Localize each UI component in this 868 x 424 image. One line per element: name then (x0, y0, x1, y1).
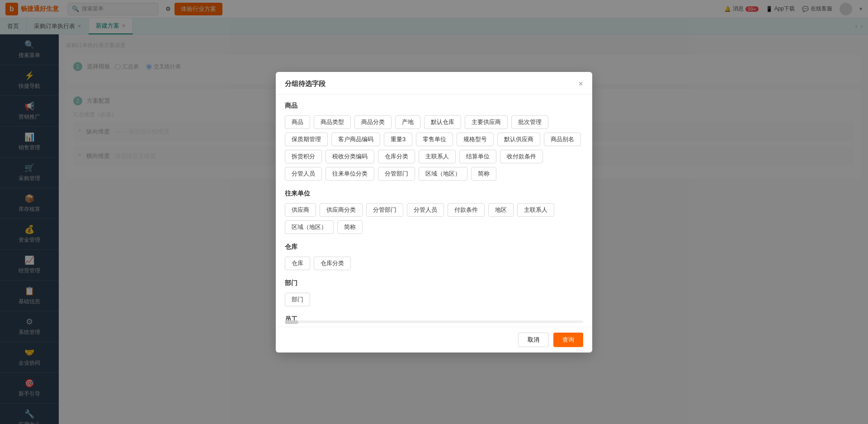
field-tag-cp-region[interactable]: 区域（地区） (285, 220, 334, 234)
section-product: 商品 商品 商品类型 商品分类 产地 默认仓库 主要供应商 批次管理 保质期管理… (285, 102, 583, 181)
section-employee-title: 员工 (285, 315, 583, 320)
field-select-modal: 分组待选字段 × 商品 商品 商品类型 商品分类 产地 默认仓库 (276, 72, 592, 353)
field-tag-counterparty-category[interactable]: 往来单位分类 (326, 167, 374, 181)
section-warehouse-title: 仓库 (285, 243, 583, 251)
section-counterparty-fields: 供应商 供应商分类 分管部门 分管人员 付款条件 地区 主联系人 区域（地区） … (285, 203, 583, 234)
field-tag-product-category[interactable]: 商品分类 (354, 115, 392, 129)
field-tag-cp-main-contact[interactable]: 主联系人 (517, 203, 554, 217)
field-tag-default-supplier[interactable]: 默认供应商 (497, 133, 540, 146)
main-layout: 🔍 搜索菜单 ⚡ 快捷导航 📢 营销推广 📊 销售管理 🛒 采购管理 📦 库存核… (0, 34, 868, 424)
field-tag-main-supplier[interactable]: 主要供应商 (465, 115, 508, 129)
field-tag-batch-mgmt[interactable]: 批次管理 (511, 115, 548, 129)
modal-header: 分组待选字段 × (276, 72, 592, 95)
field-tag-retail-unit[interactable]: 零售单位 (416, 133, 453, 146)
field-tag-region[interactable]: 区域（地区） (419, 167, 467, 181)
cancel-button[interactable]: 取消 (518, 333, 549, 347)
section-dept-title: 部门 (285, 279, 583, 287)
section-dept-fields: 部门 (285, 293, 583, 306)
section-dept: 部门 部门 (285, 279, 583, 306)
field-tag-wh-category[interactable]: 仓库分类 (314, 257, 351, 270)
field-tag-supervisor[interactable]: 分管人员 (285, 167, 322, 181)
field-tag-warehouse[interactable]: 仓库 (285, 257, 310, 270)
section-counterparty: 往来单位 供应商 供应商分类 分管部门 分管人员 付款条件 地区 主联系人 区域… (285, 190, 583, 234)
field-tag-customer-code[interactable]: 客户商品编码 (331, 133, 380, 146)
field-tag-abbr[interactable]: 简称 (471, 167, 496, 181)
section-warehouse-fields: 仓库 仓库分类 (285, 257, 583, 270)
field-tag-payment-terms[interactable]: 收付款条件 (500, 150, 543, 163)
section-employee: 员工 业务员 (285, 315, 583, 320)
field-tag-product[interactable]: 商品 (285, 115, 310, 129)
field-tag-department[interactable]: 部门 (285, 293, 310, 306)
modal-footer: 取消 查询 (276, 327, 592, 353)
field-tag-warehouse-category[interactable]: 仓库分类 (378, 150, 415, 163)
section-product-title: 商品 (285, 102, 583, 110)
field-tag-shelf-life[interactable]: 保质期管理 (285, 133, 328, 146)
field-tag-payment-condition[interactable]: 付款条件 (448, 203, 485, 217)
field-tag-main-contact[interactable]: 主联系人 (419, 150, 456, 163)
field-tag-supplier-category[interactable]: 供应商分类 (320, 203, 363, 217)
field-tag-split-points[interactable]: 拆货积分 (285, 150, 322, 163)
field-tag-weight3[interactable]: 重量3 (384, 133, 412, 146)
field-tag-origin[interactable]: 产地 (395, 115, 420, 129)
modal-body: 商品 商品 商品类型 商品分类 产地 默认仓库 主要供应商 批次管理 保质期管理… (276, 95, 592, 320)
horizontal-scrollbar[interactable] (285, 320, 583, 323)
field-tag-settlement-unit[interactable]: 结算单位 (459, 150, 496, 163)
confirm-button[interactable]: 查询 (553, 333, 583, 347)
field-tag-dept[interactable]: 分管部门 (378, 167, 415, 181)
modal-close-button[interactable]: × (578, 79, 583, 89)
field-tag-area[interactable]: 地区 (488, 203, 514, 217)
modal-title: 分组待选字段 (285, 80, 326, 88)
field-tag-product-type[interactable]: 商品类型 (314, 115, 351, 129)
field-tag-product-alias[interactable]: 商品别名 (544, 133, 581, 146)
field-tag-spec-model[interactable]: 规格型号 (457, 133, 494, 146)
content-area: 采购订单执行表方案设置 1 选择模板 汇总表 交叉统计表 (59, 34, 868, 424)
modal-overlay: 分组待选字段 × 商品 商品 商品类型 商品分类 产地 默认仓库 (59, 34, 868, 424)
field-tag-cp-abbr[interactable]: 简称 (337, 220, 363, 234)
section-product-fields: 商品 商品类型 商品分类 产地 默认仓库 主要供应商 批次管理 保质期管理 客户… (285, 115, 583, 181)
field-tag-cp-dept[interactable]: 分管部门 (366, 203, 403, 217)
field-tag-default-warehouse[interactable]: 默认仓库 (424, 115, 461, 129)
field-tag-tax-code[interactable]: 税收分类编码 (326, 150, 374, 163)
field-tag-supplier[interactable]: 供应商 (285, 203, 316, 217)
field-tag-cp-supervisor[interactable]: 分管人员 (407, 203, 444, 217)
section-warehouse: 仓库 仓库 仓库分类 (285, 243, 583, 270)
section-counterparty-title: 往来单位 (285, 190, 583, 198)
horizontal-scrollbar-thumb (285, 320, 298, 324)
